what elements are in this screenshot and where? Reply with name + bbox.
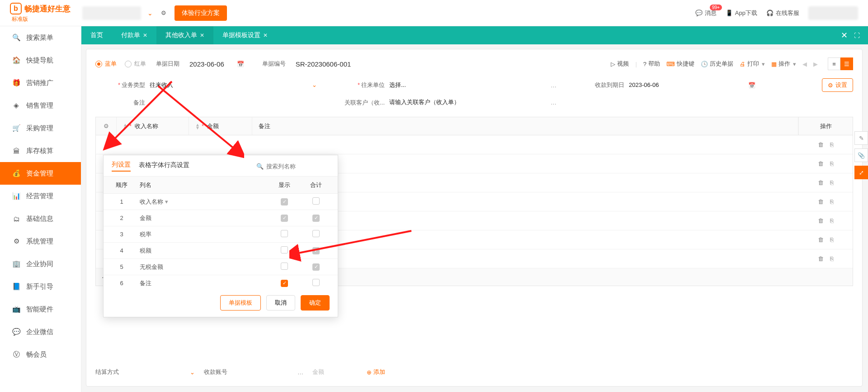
sidebar-item-采购管理[interactable]: 🛒采购管理 [0, 117, 81, 139]
view-list-icon[interactable]: ≡ [828, 57, 840, 70]
sidebar-item-搜索菜单[interactable]: 🔍搜索菜单 [0, 26, 81, 49]
remark-input[interactable] [150, 102, 317, 103]
sidebar-item-营销推广[interactable]: 🎁营销推广 [0, 72, 81, 94]
sidebar-item-系统管理[interactable]: ⚙系统管理 [0, 230, 81, 253]
popup-tab-rowheight[interactable]: 表格字体行高设置 [139, 161, 189, 171]
online-service-link[interactable]: 🎧 在线客服 [766, 9, 799, 17]
due-date[interactable]: 2023-06-06 [629, 81, 741, 89]
history-button[interactable]: 🕓历史单据 [701, 60, 733, 68]
chevron-down-icon[interactable]: ⌄ [190, 369, 195, 376]
shortcut-button[interactable]: ⌨快捷键 [666, 60, 694, 68]
more-icon[interactable]: … [551, 99, 557, 106]
confirm-button[interactable]: 确定 [301, 295, 330, 311]
delete-icon[interactable]: 🗑 [818, 141, 824, 148]
table-row[interactable]: 🗑⎘ [96, 135, 853, 154]
sidebar-item-企业协同[interactable]: 🏢企业协同 [0, 253, 81, 275]
chevron-down-icon[interactable]: ▾ [165, 198, 168, 205]
copy-icon[interactable]: ⎘ [830, 141, 834, 148]
note-icon[interactable]: ✎ [854, 131, 868, 145]
checkbox-off-icon[interactable] [281, 230, 288, 237]
video-button[interactable]: ▷视频 [611, 60, 629, 68]
cancel-button[interactable]: 取消 [266, 295, 295, 311]
help-button[interactable]: ?帮助 [643, 60, 660, 68]
checkbox-off-icon[interactable] [312, 230, 320, 237]
sidebar-item-基础信息[interactable]: 🗂基础信息 [0, 207, 81, 230]
cta-button[interactable]: 体验行业方案 [175, 5, 227, 21]
help-icon: ? [643, 61, 646, 67]
th-income-name[interactable]: ▲▼ *收入名称 [117, 117, 189, 135]
delete-icon[interactable]: 🗑 [818, 217, 824, 224]
prev-icon[interactable]: ◀ [802, 61, 807, 67]
operate-button[interactable]: ▦操作▾ [771, 60, 796, 68]
message-link[interactable]: 💬 消息 99+ [695, 9, 717, 17]
popup-tab-columns[interactable]: 列设置 [112, 161, 131, 172]
template-button[interactable]: 单据模板 [220, 295, 261, 311]
copy-icon[interactable]: ⎘ [830, 179, 834, 186]
party-select[interactable]: 选择... [389, 81, 542, 90]
th-amount[interactable]: ▲▼ *金额 [189, 117, 252, 135]
customer-input[interactable]: 请输入关联客户（收入单） [389, 98, 542, 107]
tab-其他收入单[interactable]: 其他收入单✕ [156, 26, 213, 44]
next-icon[interactable]: ▶ [813, 61, 818, 67]
attach-icon[interactable]: 📎 [854, 148, 868, 162]
date-value[interactable]: 2023-06-06 [189, 60, 224, 68]
sidebar-item-资金管理[interactable]: 💰资金管理 [0, 162, 81, 185]
popup-search[interactable]: 🔍 [256, 163, 330, 170]
copy-icon[interactable]: ⎘ [830, 160, 834, 167]
close-icon[interactable]: ✕ [200, 32, 204, 38]
close-icon[interactable]: ✕ [143, 32, 147, 38]
user-avatar[interactable] [808, 6, 858, 20]
close-icon[interactable]: ✕ [263, 32, 268, 38]
delete-icon[interactable]: 🗑 [818, 179, 824, 186]
close-icon[interactable]: ✕ [841, 30, 848, 40]
print-button[interactable]: 🖨打印▾ [740, 60, 765, 68]
expand-icon[interactable]: ⛶ [854, 32, 860, 39]
checkbox-off-icon[interactable] [281, 263, 288, 270]
popup-row: 1 收入名称 ▾ [104, 194, 338, 210]
delete-icon[interactable]: 🗑 [818, 198, 824, 205]
sidebar-item-经营管理[interactable]: 📊经营管理 [0, 185, 81, 207]
ph-order: 顺序 [108, 181, 135, 189]
sidebar-item-库存核算[interactable]: 🏛库存核算 [0, 139, 81, 162]
checkbox-off-icon[interactable] [281, 246, 288, 253]
biz-type-select[interactable]: 往来收入⌄ [150, 81, 317, 90]
delete-icon[interactable]: 🗑 [818, 236, 824, 243]
checkbox-off-icon[interactable] [312, 197, 320, 205]
copy-icon[interactable]: ⎘ [830, 255, 834, 262]
radio-blue[interactable]: 蓝单 [95, 60, 117, 68]
tab-首页[interactable]: 首页 [81, 26, 112, 44]
sidebar-item-新手引导[interactable]: 📘新手引导 [0, 275, 81, 298]
table-gear-icon[interactable]: ⚙ [96, 117, 117, 135]
sidebar-item-智能硬件[interactable]: 📺智能硬件 [0, 298, 81, 320]
more-icon[interactable]: … [551, 82, 557, 89]
delete-icon[interactable]: 🗑 [818, 160, 824, 167]
sidebar-item-快捷导航[interactable]: 🏠快捷导航 [0, 49, 81, 72]
sidebar-item-畅会员[interactable]: Ⓥ畅会员 [0, 343, 81, 366]
chevron-down-icon[interactable]: ⌄ [147, 10, 153, 17]
tab-付款单[interactable]: 付款单✕ [112, 26, 156, 44]
view-card-icon[interactable]: ☰ [840, 57, 853, 70]
popup-search-input[interactable] [266, 163, 330, 170]
radio-red[interactable]: 红单 [125, 60, 146, 68]
org-selector[interactable] [82, 6, 141, 20]
more-icon[interactable]: … [297, 369, 303, 376]
sidebar-item-企业微信[interactable]: 💬企业微信 [0, 320, 81, 343]
add-button[interactable]: ⊕添加 [367, 368, 385, 376]
checkbox-on-icon[interactable] [281, 280, 288, 287]
copy-icon[interactable]: ⎘ [830, 236, 834, 243]
calendar-icon[interactable]: 📅 [748, 82, 755, 89]
copy-icon[interactable]: ⎘ [830, 217, 834, 224]
gear-icon[interactable]: ⚙ [159, 9, 168, 18]
expand-icon[interactable]: ⤢ [854, 166, 868, 179]
keyboard-icon: ⌨ [666, 61, 675, 67]
customer-label: 关联客户（收... [335, 99, 385, 107]
checkbox-off-icon[interactable] [312, 279, 320, 286]
sidebar-item-销售管理[interactable]: ◈销售管理 [0, 94, 81, 117]
copy-icon[interactable]: ⎘ [830, 198, 834, 205]
setting-button[interactable]: ⚙设置 [822, 78, 853, 92]
calendar-icon[interactable]: 📅 [237, 61, 244, 67]
message-icon: 💬 [695, 10, 703, 16]
delete-icon[interactable]: 🗑 [818, 255, 824, 262]
tab-单据模板设置[interactable]: 单据模板设置✕ [213, 26, 277, 44]
app-download-link[interactable]: 📱 App下载 [726, 9, 757, 17]
